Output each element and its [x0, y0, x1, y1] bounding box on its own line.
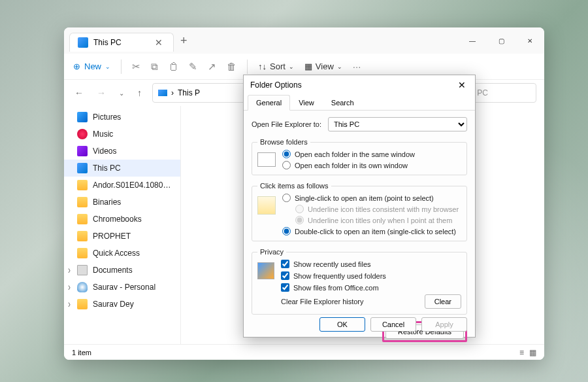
sidebar-item[interactable]: PROPHET	[64, 228, 180, 245]
sidebar-item-label: Saurav Dey	[93, 300, 134, 309]
close-window-button[interactable]: ✕	[515, 27, 544, 54]
ic-music-icon	[77, 129, 88, 139]
separator	[121, 60, 122, 74]
details-view-icon[interactable]: ≡	[519, 348, 524, 357]
paste-icon[interactable]: 📋︎	[169, 61, 178, 72]
click-legend: Click items as follows	[257, 182, 331, 190]
breadcrumb: This P	[178, 88, 200, 97]
sidebar-item-label: Andor.S01E04.1080p.WEE	[93, 181, 174, 190]
ic-docs-icon	[77, 265, 88, 275]
browse-legend: Browse folders	[257, 138, 310, 146]
this-pc-icon	[78, 37, 88, 48]
forward-button[interactable]: →	[94, 88, 108, 98]
ic-thispc-icon	[77, 163, 88, 173]
sidebar-item[interactable]: Music	[64, 126, 180, 143]
sidebar-item-label: Videos	[93, 147, 116, 156]
radio-underline-browser: Underline icon titles consistent with my…	[295, 205, 459, 213]
tab-close-icon[interactable]: ✕	[152, 37, 165, 48]
clear-button[interactable]: Clear	[425, 294, 461, 309]
chk-recent-files[interactable]: Show recently used files	[281, 260, 386, 268]
radio-double-click[interactable]: Double-click to open an item (single-cli…	[282, 227, 459, 235]
sidebar: PicturesMusicVideosThis PCAndor.S01E04.1…	[64, 106, 180, 344]
privacy-legend: Privacy	[257, 248, 286, 256]
window-controls: — ▢ ✕	[458, 27, 544, 54]
up-button[interactable]: ↑	[135, 88, 144, 98]
view-icon: ▦	[304, 61, 312, 71]
sidebar-item-label: PROPHET	[93, 232, 131, 241]
maximize-button[interactable]: ▢	[487, 27, 515, 54]
radio-own-window[interactable]: Open each folder in its own window	[282, 161, 415, 169]
share-icon[interactable]: ↗	[208, 61, 216, 73]
plus-icon: ⊕	[73, 61, 80, 71]
minimize-button[interactable]: —	[458, 27, 487, 54]
ic-folder-icon	[77, 214, 88, 224]
ic-folder-icon	[77, 231, 88, 241]
new-tab-button[interactable]: +	[180, 34, 188, 48]
dialog-tabs: General View Search	[244, 95, 475, 111]
copy-icon[interactable]: ⧉	[151, 61, 158, 73]
dialog-title: Folder Options	[250, 80, 302, 90]
radio-single-click[interactable]: Single-click to open an item (point to s…	[282, 194, 459, 202]
tab-title: This PC	[93, 38, 147, 47]
recent-dropdown[interactable]: ⌄	[116, 90, 127, 97]
new-button[interactable]: ⊕ New ⌄	[73, 61, 110, 71]
radio-underline-point: Underline icon titles only when I point …	[295, 216, 459, 224]
sidebar-item[interactable]: Videos	[64, 143, 180, 160]
ic-videos-icon	[77, 146, 88, 156]
cut-icon[interactable]: ✂	[132, 61, 140, 73]
dialog-close-button[interactable]: ✕	[454, 80, 470, 90]
tab-search[interactable]: Search	[323, 95, 363, 111]
sidebar-item[interactable]: Saurav - Personal	[64, 279, 180, 296]
view-button[interactable]: ▦View⌄	[304, 61, 342, 71]
privacy-icon	[257, 262, 274, 279]
open-explorer-label: Open File Explorer to:	[252, 120, 321, 128]
sidebar-item[interactable]: Quick Access	[64, 245, 180, 262]
window-tab[interactable]: This PC ✕	[69, 33, 174, 52]
thumbnails-view-icon[interactable]: ▦	[529, 348, 536, 357]
sidebar-item[interactable]: Binaries	[64, 194, 180, 211]
privacy-group: Privacy Show recently used files Show fr…	[252, 248, 467, 315]
dialog-buttons: OK Cancel Apply	[319, 317, 467, 332]
sidebar-item[interactable]: Documents	[64, 262, 180, 279]
pointer-icon	[257, 196, 276, 215]
dialog-title-bar: Folder Options ✕	[244, 75, 475, 95]
this-pc-icon	[158, 90, 167, 96]
rename-icon[interactable]: ✎	[189, 61, 197, 73]
delete-icon[interactable]: 🗑︎	[227, 61, 237, 72]
chk-frequent-folders[interactable]: Show frequently used folders	[281, 271, 386, 280]
chevron-down-icon: ⌄	[105, 63, 110, 70]
separator	[247, 60, 248, 74]
sort-button[interactable]: ↑↓Sort⌄	[258, 61, 294, 71]
ok-button[interactable]: OK	[319, 317, 365, 332]
sidebar-item[interactable]: This PC	[64, 160, 180, 177]
sidebar-item-label: This PC	[93, 164, 121, 173]
open-explorer-select[interactable]: This PC	[328, 117, 467, 131]
apply-button[interactable]: Apply	[421, 317, 467, 332]
sidebar-item[interactable]: Saurav Dey	[64, 296, 180, 313]
ic-pictures-icon	[77, 112, 88, 122]
sidebar-item-label: Saurav - Personal	[93, 283, 155, 292]
clear-history-label: Clear File Explorer history	[281, 298, 364, 305]
item-count: 1 item	[72, 349, 91, 356]
radio-same-window[interactable]: Open each folder in the same window	[282, 150, 415, 158]
more-button[interactable]: ···	[353, 61, 361, 72]
sidebar-item-label: Binaries	[93, 198, 121, 207]
tab-view[interactable]: View	[290, 95, 323, 111]
folder-options-dialog: Folder Options ✕ General View Search Ope…	[243, 75, 476, 338]
breadcrumb-chevron-icon: ›	[171, 88, 174, 97]
sidebar-item-label: Chromebooks	[93, 215, 142, 224]
sidebar-item-label: Documents	[93, 266, 133, 275]
chk-office-files[interactable]: Show files from Office.com	[281, 283, 386, 292]
tab-general[interactable]: General	[248, 95, 290, 111]
sidebar-item[interactable]: Chromebooks	[64, 211, 180, 228]
ic-folder-icon	[77, 180, 88, 190]
sidebar-item[interactable]: Pictures	[64, 109, 180, 126]
cancel-button[interactable]: Cancel	[370, 317, 416, 332]
ic-folder-icon	[77, 248, 88, 258]
sidebar-item-label: Pictures	[93, 113, 121, 122]
back-button[interactable]: ←	[72, 88, 86, 98]
ic-cloud-icon	[77, 282, 88, 292]
sort-icon: ↑↓	[258, 61, 267, 71]
sidebar-item-label: Music	[93, 130, 113, 139]
sidebar-item[interactable]: Andor.S01E04.1080p.WEE	[64, 177, 180, 194]
